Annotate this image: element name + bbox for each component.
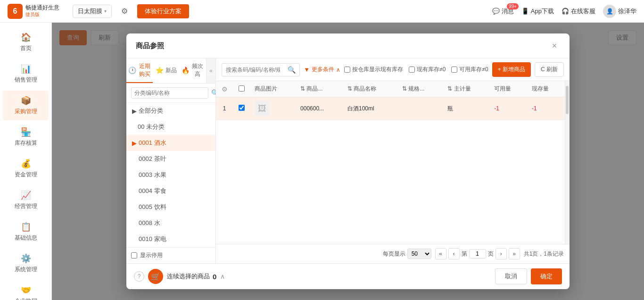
left-panel-collapse-button[interactable]: « [206,58,215,83]
app-download-nav-item[interactable]: 📱 App下载 [521,7,554,16]
warehouse-stock-label: 按仓库显示现有库存 [352,66,403,74]
user-profile[interactable]: 👤 徐泽华 [603,5,636,18]
modal-header: 商品参照 × [126,33,570,58]
category-all[interactable]: ▶ 全部分类 [126,103,215,119]
sidebar-item-basic-info[interactable]: 📋 基础信息 [3,217,49,247]
more-filter-button[interactable]: ▼ 更多条件 ∧ [304,66,340,74]
next-page-button[interactable]: › [495,248,507,259]
tab-frequent[interactable]: 🔥 频次高 [180,58,206,83]
product-code: 000600... [296,97,343,120]
page-size-select[interactable]: 10 20 50 100 [407,249,431,259]
sidebar-item-label: 企业协同 [15,297,37,300]
store-selector[interactable]: 日太阳膜 ▾ [73,5,112,18]
filter-icon: ▼ [304,66,310,73]
col-label: 现存量 [532,85,549,92]
first-page-button[interactable]: « [435,248,446,259]
product-available: -1 [489,97,527,120]
col-label: 商品... [306,85,322,92]
sidebar-item-label: 资金管理 [15,171,37,179]
col-header-available: 可用量 [489,81,527,97]
category-0002[interactable]: 0002 茶叶 [126,151,215,167]
product-spec [397,97,443,120]
table-scrollbar[interactable] [565,81,570,244]
online-service-label: 在线客服 [571,7,595,16]
sort-icon[interactable]: ⇅ [347,85,352,92]
sidebar-item-purchase[interactable]: 📦 采购管理 [3,91,49,120]
sidebar-item-label: 首页 [20,44,32,52]
category-00[interactable]: 00 未分类 [126,119,215,135]
show-disabled-label[interactable]: 显示停用 [140,251,163,259]
home-icon: 🏠 [21,32,31,42]
arrow-icon: ▶ [132,140,137,147]
online-service-nav-item[interactable]: 🎧 在线客服 [561,7,595,16]
sort-icon[interactable]: ⇅ [300,85,305,92]
sidebar-item-management[interactable]: 📈 经营管理 [3,185,49,215]
current-page-input[interactable] [469,249,486,258]
modal-close-button[interactable]: × [549,40,560,51]
col-label: 商品名称 [354,85,376,92]
row-checkbox[interactable] [239,105,245,111]
logo-line1: 畅捷通好生意 [25,4,59,12]
category-0008[interactable]: 0008 水 [126,215,215,231]
category-0005[interactable]: 0005 饮料 [126,199,215,215]
warehouse-stock-checkbox[interactable]: 按仓库显示现有库存 [344,66,403,74]
modal-title: 商品参照 [136,42,164,50]
category-0004[interactable]: 0004 零食 [126,183,215,199]
category-search-input[interactable] [131,87,208,99]
available-stock-checkbox[interactable]: 现有库存≠0 [409,66,446,74]
show-disabled-checkbox[interactable] [131,252,137,258]
table-row[interactable]: 1 🖼 000600... [216,97,565,120]
tab-recent-purchase[interactable]: 🕐 近期购买 [126,58,153,83]
cancel-button[interactable]: 取消 [495,268,527,284]
page-prefix: 第 [462,250,467,258]
col-label: 可用量 [494,85,511,92]
page-size-label: 每页显示 [383,250,405,258]
help-icon[interactable]: ? [134,271,144,282]
product-search-input[interactable] [222,64,284,75]
main-layout: 🏠 首页 📊 销售管理 📦 采购管理 🏪 库存核算 💰 资金管理 📈 经营管理 … [0,23,644,300]
sort-icon[interactable]: ⇅ [402,85,407,92]
sidebar-item-inventory[interactable]: 🏪 库存核算 [3,122,49,152]
sidebar-item-system[interactable]: ⚙️ 系统管理 [3,249,49,278]
recent-icon: 🕐 [128,67,136,74]
select-all-checkbox[interactable] [239,85,245,92]
prev-page-button[interactable]: ‹ [448,248,460,259]
usable-stock-checkbox[interactable]: 可用库存≠0 [451,66,488,74]
app-download-label: App下载 [531,7,554,16]
cart-icon[interactable]: 🛒 [148,269,163,284]
left-panel: 🕐 近期购买 ⭐ 新品 🔥 频次高 « [126,58,216,263]
selected-count: 0 [213,273,216,281]
enterprise-icon: 🤝 [21,285,31,295]
category-0010[interactable]: 0010 家电 [126,231,215,247]
category-label: 全部分类 [139,107,163,115]
product-reference-modal: 商品参照 × 🕐 近期购买 ⭐ 新 [126,33,570,289]
confirm-button[interactable]: 确定 [531,268,562,284]
new-icon: ⭐ [156,67,164,74]
product-search-button[interactable]: 🔍 [284,64,299,76]
sidebar-item-label: 库存核算 [15,139,37,147]
refresh-button[interactable]: C 刷新 [535,62,564,77]
footer-collapse-arrow[interactable]: ∧ [220,273,225,280]
sort-icon[interactable]: ⇅ [447,85,452,92]
sidebar-item-sales[interactable]: 📊 销售管理 [3,59,49,89]
pagination: 每页显示 10 20 50 100 « ‹ [216,244,570,263]
category-0001[interactable]: ▶ 0001 酒水 [126,135,215,151]
product-table: ⚙ 商品图片 [216,81,565,120]
sidebar-item-finance[interactable]: 💰 资金管理 [3,154,49,183]
usable-stock-label: 可用库存≠0 [459,66,488,74]
last-page-button[interactable]: » [509,248,520,259]
category-0003[interactable]: 0003 水果 [126,167,215,183]
column-settings-icon[interactable]: ⚙ [222,85,228,93]
sidebar-item-enterprise[interactable]: 🤝 企业协同 [3,280,49,300]
tab-new-products[interactable]: ⭐ 新品 [153,58,179,83]
user-name: 徐泽华 [618,7,636,16]
avatar: 👤 [603,5,616,18]
messages-nav-item[interactable]: 💬 消息 99+ [492,7,514,16]
logo-line2: 捷员版 [25,11,59,18]
trial-button[interactable]: 体验行业方案 [137,4,189,18]
sidebar-item-home[interactable]: 🏠 首页 [3,27,49,57]
modal-footer: ? 🛒 连续选择的商品 0 ∧ 取消 确定 [126,263,570,289]
selected-label: 连续选择的商品 [167,272,210,281]
add-product-button[interactable]: + 新增商品 [492,62,531,77]
settings-icon[interactable]: ⚙ [117,4,132,18]
